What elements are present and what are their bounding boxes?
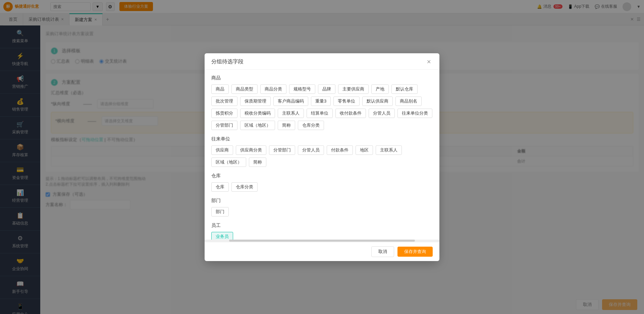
section-department-tags: 部门 bbox=[211, 207, 433, 216]
field-tag-partner-short[interactable]: 简称 bbox=[249, 158, 266, 167]
field-tag-goods-alias[interactable]: 商品别名 bbox=[395, 97, 422, 106]
field-tag-pick-points[interactable]: 拣货积分 bbox=[211, 109, 237, 118]
section-employee-tags: 业务员 bbox=[211, 232, 433, 240]
modal-title: 分组待选字段 bbox=[211, 58, 244, 65]
section-department-title: 部门 bbox=[211, 198, 433, 204]
section-goods: 商品 商品 商品类型 商品分类 规格型号 品牌 主要供应商 产地 默认仓库 批次… bbox=[211, 75, 433, 130]
field-tag-supplier[interactable]: 供应商 bbox=[211, 145, 233, 155]
field-tag-default-supplier[interactable]: 默认供应商 bbox=[362, 97, 393, 106]
field-tag-settle-unit[interactable]: 结算单位 bbox=[307, 109, 333, 118]
field-tag-goods[interactable]: 商品 bbox=[211, 84, 229, 94]
field-tag-retail-unit[interactable]: 零售单位 bbox=[333, 97, 360, 106]
field-tag-warehouse-cat[interactable]: 仓库分类 bbox=[298, 121, 324, 130]
section-goods-title: 商品 bbox=[211, 75, 433, 81]
field-tag-origin[interactable]: 产地 bbox=[371, 84, 389, 94]
modal-cancel-button[interactable]: 取消 bbox=[371, 246, 394, 257]
field-tag-partner-manager[interactable]: 分管人员 bbox=[298, 145, 324, 155]
modal-body[interactable]: 商品 商品 商品类型 商品分类 规格型号 品牌 主要供应商 产地 默认仓库 批次… bbox=[205, 70, 439, 240]
modal-header: 分组待选字段 ✕ bbox=[205, 53, 439, 70]
section-partner: 往来单位 供应商 供应商分类 分管部门 分管人员 付款条件 地区 主联系人 区域… bbox=[211, 136, 433, 167]
section-employee-title: 员工 bbox=[211, 223, 433, 229]
field-tag-supplier-cat[interactable]: 供应商分类 bbox=[236, 145, 266, 155]
field-tag-shelf-life[interactable]: 保质期管理 bbox=[240, 97, 271, 106]
field-tag-region[interactable]: 区域（地区） bbox=[240, 121, 275, 130]
field-tag-batch-mgmt[interactable]: 批次管理 bbox=[211, 97, 237, 106]
section-department: 部门 部门 bbox=[211, 198, 433, 216]
field-tag-partner-category[interactable]: 往来单位分类 bbox=[397, 109, 432, 118]
modal-overlay: 分组待选字段 ✕ 商品 商品 商品类型 商品分类 规格型号 品牌 主要供应商 产… bbox=[0, 0, 644, 314]
field-tag-tax-code[interactable]: 税收分类编码 bbox=[240, 109, 275, 118]
field-tag-manager[interactable]: 分管人员 bbox=[369, 109, 395, 118]
section-warehouse-title: 仓库 bbox=[211, 173, 433, 179]
field-tag-main-contact[interactable]: 主联系人 bbox=[278, 109, 304, 118]
field-tag-spec-model[interactable]: 规格型号 bbox=[289, 84, 315, 94]
section-partner-tags: 供应商 供应商分类 分管部门 分管人员 付款条件 地区 主联系人 区域（地区） … bbox=[211, 145, 433, 167]
field-tag-weight[interactable]: 重量3 bbox=[311, 97, 331, 106]
modal-footer: 取消 保存并查询 bbox=[205, 242, 439, 261]
field-tag-short-name[interactable]: 简称 bbox=[278, 121, 295, 130]
field-tag-customer-code[interactable]: 客户商品编码 bbox=[273, 97, 308, 106]
section-warehouse-tags: 仓库 仓库分类 bbox=[211, 182, 433, 192]
field-tag-partner-payment[interactable]: 付款条件 bbox=[327, 145, 353, 155]
field-tag-salesman[interactable]: 业务员 bbox=[211, 232, 233, 240]
field-tag-dept[interactable]: 分管部门 bbox=[211, 121, 237, 130]
field-tag-goods-category[interactable]: 商品分类 bbox=[260, 84, 286, 94]
field-tag-wh[interactable]: 仓库 bbox=[211, 182, 229, 192]
modal-close-button[interactable]: ✕ bbox=[425, 58, 433, 66]
field-tag-partner-region[interactable]: 区域（地区） bbox=[211, 158, 246, 167]
section-warehouse: 仓库 仓库 仓库分类 bbox=[211, 173, 433, 192]
field-tag-brand[interactable]: 品牌 bbox=[318, 84, 335, 94]
section-goods-tags: 商品 商品类型 商品分类 规格型号 品牌 主要供应商 产地 默认仓库 批次管理 … bbox=[211, 84, 433, 130]
modal-confirm-button[interactable]: 保存并查询 bbox=[397, 247, 433, 257]
field-tag-partner-contact[interactable]: 主联系人 bbox=[376, 145, 402, 155]
field-tag-wh-cat[interactable]: 仓库分类 bbox=[231, 182, 258, 192]
section-partner-title: 往来单位 bbox=[211, 136, 433, 142]
field-tag-goods-type[interactable]: 商品类型 bbox=[231, 84, 258, 94]
field-tag-default-warehouse[interactable]: 默认仓库 bbox=[391, 84, 418, 94]
section-employee: 员工 业务员 bbox=[211, 223, 433, 240]
field-tag-partner-dept[interactable]: 分管部门 bbox=[269, 145, 295, 155]
field-tag-department[interactable]: 部门 bbox=[211, 207, 229, 216]
field-tag-main-supplier[interactable]: 主要供应商 bbox=[338, 84, 369, 94]
field-tag-payment-terms[interactable]: 收付款条件 bbox=[335, 109, 366, 118]
field-select-modal: 分组待选字段 ✕ 商品 商品 商品类型 商品分类 规格型号 品牌 主要供应商 产… bbox=[205, 53, 439, 261]
field-tag-area[interactable]: 地区 bbox=[356, 145, 373, 155]
